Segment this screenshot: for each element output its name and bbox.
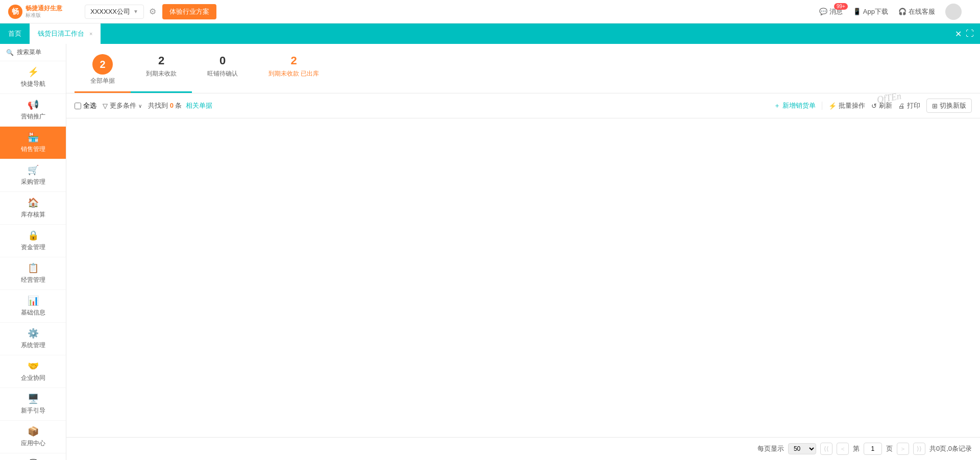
add-sale-label: 新增销货单 bbox=[782, 101, 816, 110]
close-window-icon[interactable]: ✕ bbox=[955, 29, 962, 39]
refresh-button[interactable]: ↺ 刷新 bbox=[871, 101, 892, 110]
sidebar-item-label: 快捷导航 bbox=[21, 80, 45, 88]
page-prev-btn[interactable]: ＜ bbox=[837, 443, 849, 455]
sidebar-item-marketing[interactable]: 📢 营销推广 bbox=[0, 94, 66, 127]
sidebar-item-sales[interactable]: 🏪 销售管理 bbox=[0, 127, 66, 159]
sidebar-search[interactable]: 🔍 搜索菜单 bbox=[0, 44, 66, 61]
company-selector[interactable]: XXXXXX公司 ▼ bbox=[85, 5, 144, 19]
logo-title: 畅捷通好生意 bbox=[26, 5, 62, 12]
page-next-btn[interactable]: ＞ bbox=[897, 443, 909, 455]
cooperation-icon: 🤝 bbox=[28, 360, 39, 372]
sidebar-item-label: 采购管理 bbox=[21, 178, 45, 186]
sidebar-item-basic-info[interactable]: 📊 基础信息 bbox=[0, 290, 66, 323]
sidebar-item-inventory[interactable]: 🏠 库存核算 bbox=[0, 192, 66, 225]
stat-tab-overdue[interactable]: 2 到期未收款 bbox=[131, 50, 192, 93]
stat-label-pending: 旺铺待确认 bbox=[207, 69, 238, 78]
stat-tab-all[interactable]: 2 全部单据 bbox=[75, 50, 131, 93]
page-word: 第 bbox=[853, 444, 860, 453]
stat-label-all: 全部单据 bbox=[90, 77, 115, 85]
maximize-icon[interactable]: ⛶ bbox=[966, 29, 974, 38]
batch-button[interactable]: ⚡ 批量操作 bbox=[828, 101, 865, 110]
online-service-label: 在线客服 bbox=[909, 7, 935, 16]
select-all-label: 全选 bbox=[83, 101, 96, 110]
sidebar-item-app-center[interactable]: 📦 应用中心 bbox=[0, 421, 66, 453]
marketing-icon: 📢 bbox=[28, 99, 39, 110]
tab-home[interactable]: 首页 bbox=[0, 23, 30, 44]
main-layout: 🔍 搜索菜单 ⚡ 快捷导航 📢 营销推广 🏪 销售管理 🛒 采购管理 🏠 库存核… bbox=[0, 44, 980, 460]
add-icon: ＋ bbox=[774, 101, 780, 110]
system-icon: ⚙️ bbox=[28, 328, 39, 339]
quick-nav-icon: ⚡ bbox=[28, 66, 39, 78]
trial-button[interactable]: 体验行业方案 bbox=[162, 4, 216, 19]
select-all-checkbox[interactable]: 全选 bbox=[75, 101, 96, 110]
guide-icon: 🖥️ bbox=[28, 393, 39, 404]
checkbox-all-input[interactable] bbox=[75, 103, 81, 109]
stat-tab-overdue-out[interactable]: 2 到期未收款 已出库 bbox=[253, 50, 334, 93]
message-item[interactable]: 💬 消息 99+ bbox=[819, 7, 843, 16]
sidebar-item-wechat[interactable]: 💬 企业微信 bbox=[0, 453, 66, 460]
purchase-icon: 🛒 bbox=[28, 164, 39, 176]
found-prefix: 共找到 bbox=[148, 102, 168, 109]
sidebar-item-quick-nav[interactable]: ⚡ 快捷导航 bbox=[0, 61, 66, 94]
sidebar-item-capital[interactable]: 🔒 资金管理 bbox=[0, 225, 66, 257]
switch-button[interactable]: ⊞ 切换新版 bbox=[926, 99, 972, 113]
batch-label: 批量操作 bbox=[839, 101, 865, 110]
stats-tabs: 2 全部单据 2 到期未收款 0 旺铺待确认 2 到期未收款 已出库 bbox=[66, 44, 980, 93]
company-name: XXXXXX公司 bbox=[90, 7, 130, 16]
refresh-icon: ↺ bbox=[871, 102, 877, 110]
tab-active[interactable]: 钱货日清工作台 × bbox=[30, 23, 101, 44]
sidebar-item-operation[interactable]: 📋 经营管理 bbox=[0, 257, 66, 290]
sidebar-item-system[interactable]: ⚙️ 系统管理 bbox=[0, 323, 66, 355]
message-icon: 💬 bbox=[819, 8, 827, 15]
filter-label: 更多条件 bbox=[110, 101, 136, 110]
sidebar-item-label: 应用中心 bbox=[21, 439, 45, 448]
total-info: 共0页,0条记录 bbox=[929, 444, 972, 453]
page-input[interactable] bbox=[864, 443, 882, 455]
stat-num-overdue: 2 bbox=[158, 54, 164, 67]
sidebar-item-label: 库存核算 bbox=[21, 210, 45, 219]
sidebar: 🔍 搜索菜单 ⚡ 快捷导航 📢 营销推广 🏪 销售管理 🛒 采购管理 🏠 库存核… bbox=[0, 44, 66, 460]
logo-area: 畅 畅捷通好生意 标准版 bbox=[8, 5, 75, 19]
add-sale-button[interactable]: ＋ 新增销货单 bbox=[774, 101, 816, 110]
switch-label: 切换新版 bbox=[940, 101, 966, 110]
stat-label-overdue-out: 到期未收款 已出库 bbox=[268, 69, 319, 78]
capital-icon: 🔒 bbox=[28, 230, 39, 241]
message-badge: 99+ bbox=[834, 3, 848, 10]
basic-info-icon: 📊 bbox=[28, 295, 39, 306]
found-count: 共找到 0 条 相关单据 bbox=[148, 101, 212, 110]
sidebar-item-guide[interactable]: 🖥️ 新手引导 bbox=[0, 388, 66, 421]
tab-close-icon[interactable]: × bbox=[89, 31, 92, 37]
filter-button[interactable]: ▽ 更多条件 ∨ bbox=[103, 101, 142, 110]
app-download-item[interactable]: 📱 App下载 bbox=[853, 7, 888, 16]
settings-icon[interactable]: ⚙ bbox=[149, 7, 156, 16]
sidebar-item-label: 企业协同 bbox=[21, 374, 45, 382]
page-label: 页 bbox=[886, 444, 893, 453]
toolbar: 全选 ▽ 更多条件 ∨ 共找到 0 条 相关单据 ＋ 新增销货单 bbox=[66, 93, 980, 118]
page-size-select[interactable]: 50 100 200 bbox=[788, 443, 816, 454]
filter-icon: ▽ bbox=[103, 102, 108, 110]
nav-tabs: 首页 钱货日清工作台 × ✕ ⛶ bbox=[0, 23, 980, 44]
sidebar-item-purchase[interactable]: 🛒 采购管理 bbox=[0, 159, 66, 192]
online-service-item[interactable]: 🎧 在线客服 bbox=[898, 7, 935, 16]
sidebar-item-label: 营销推广 bbox=[21, 112, 45, 121]
filter-arrow-icon: ∨ bbox=[138, 103, 142, 109]
divider bbox=[822, 102, 822, 110]
found-num: 0 bbox=[170, 102, 174, 109]
related-label[interactable]: 相关单据 bbox=[186, 102, 212, 109]
logo-icon: 畅 bbox=[8, 5, 22, 19]
sidebar-item-label: 销售管理 bbox=[21, 145, 45, 154]
avatar[interactable] bbox=[945, 4, 962, 20]
sidebar-item-label: 系统管理 bbox=[21, 341, 45, 350]
service-icon: 🎧 bbox=[898, 8, 906, 15]
stat-num-all: 2 bbox=[92, 54, 113, 75]
inventory-icon: 🏠 bbox=[28, 197, 39, 208]
stat-tab-pending[interactable]: 0 旺铺待确认 bbox=[192, 50, 253, 93]
nav-tabs-right: ✕ ⛶ bbox=[955, 29, 980, 39]
page-last-btn[interactable]: ⟩⟩ bbox=[913, 443, 925, 455]
found-unit: 条 bbox=[175, 102, 182, 109]
sidebar-item-cooperation[interactable]: 🤝 企业协同 bbox=[0, 355, 66, 388]
page-first-btn[interactable]: ⟨⟨ bbox=[820, 443, 832, 455]
sidebar-item-label: 基础信息 bbox=[21, 308, 45, 317]
print-button[interactable]: 🖨 打印 bbox=[898, 101, 920, 110]
app-center-icon: 📦 bbox=[28, 426, 39, 437]
